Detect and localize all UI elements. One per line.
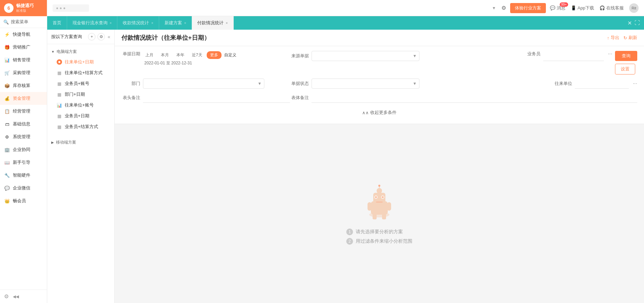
date-custom-label[interactable]: 自定义 — [224, 52, 236, 58]
message-icon: 💬 — [550, 5, 555, 10]
export-label: 导出 — [611, 35, 619, 41]
messages-button[interactable]: 💬 消息 99+ — [550, 5, 565, 11]
scheme-item-label: 业务员+结算方式 — [65, 124, 98, 130]
add-scheme-button[interactable]: + — [88, 33, 95, 40]
sidebar: 6 畅捷通巧 标准版 🔍 搜索菜单 ⚡ 快捷导航 🎁 营销推广 📊 销售管理 🛒… — [0, 0, 47, 303]
dept-date-icon: ▦ — [57, 92, 62, 97]
sidebar-item-operation[interactable]: 📋 经营管理 — [0, 105, 47, 118]
sidebar-item-purchase[interactable]: 🛒 采购管理 — [0, 66, 47, 79]
logo-sub: 标准版 — [16, 8, 34, 13]
tab-new-plan-close-icon[interactable]: × — [184, 21, 186, 25]
body-note-input[interactable] — [312, 93, 637, 103]
online-service-button[interactable]: 🎧 在线客服 — [599, 5, 624, 11]
marketing-icon: 🎁 — [4, 44, 10, 50]
refresh-icon: ↻ — [623, 35, 627, 40]
tip1-text: 请先选择要分析的方案 — [356, 229, 403, 235]
tab-cashflow-close-icon[interactable]: × — [110, 21, 112, 25]
date-btn-this-month[interactable]: 本月 — [158, 51, 172, 59]
sidebar-item-member[interactable]: 👑 畅会员 — [0, 194, 47, 207]
sidebar-item-label: 基础信息 — [13, 121, 30, 127]
query-button[interactable]: 查询 — [615, 51, 637, 61]
sidebar-item-sales[interactable]: 📊 销售管理 — [0, 54, 47, 66]
user-avatar[interactable]: Rit — [629, 3, 639, 13]
svg-point-6 — [375, 196, 377, 198]
sidebar-item-finance[interactable]: 💰 资金管理 — [0, 92, 47, 105]
sidebar-item-enterprise[interactable]: 🏢 企业协同 — [0, 143, 47, 156]
scheme-settings-button[interactable]: ⚙ — [97, 33, 105, 40]
search-menu[interactable]: 🔍 搜索菜单 — [0, 16, 47, 28]
partner-date-icon — [57, 59, 62, 65]
staff-input-area — [543, 51, 604, 61]
tab-home[interactable]: 首页 — [47, 16, 67, 30]
status-label: 单据状态 — [290, 81, 309, 87]
sidebar-item-guide[interactable]: 📖 新手引导 — [0, 156, 47, 169]
mobile-group-title[interactable]: ▶ 移动端方案 — [47, 138, 114, 147]
topbar-gear-icon[interactable]: ⚙ — [501, 5, 506, 11]
status-select-wrap: ▼ — [312, 79, 419, 89]
date-more-button[interactable]: 更多 — [207, 51, 222, 59]
staff-date-icon: ▦ — [57, 113, 62, 119]
tab-payment-stats-close-icon[interactable]: × — [226, 21, 228, 25]
close-tab-icon[interactable]: ✕ — [627, 20, 632, 26]
trial-button[interactable]: 体验行业方案 — [510, 3, 546, 13]
status-select[interactable] — [312, 79, 419, 89]
export-button[interactable]: ↑ 导出 — [607, 35, 620, 41]
left-panel-title: 按以下方案查询 — [51, 34, 85, 40]
maximize-tab-icon[interactable]: ⛶ — [635, 20, 640, 26]
tab-new-plan[interactable]: 新建方案 × — [159, 16, 192, 30]
date-btn-7days[interactable]: 近7天 — [189, 51, 205, 59]
header-note-label: 表头备注 — [121, 95, 140, 101]
svg-rect-10 — [387, 202, 391, 211]
empty-tip-1: 1 请先选择要分析的方案 — [346, 229, 412, 235]
sidebar-item-system[interactable]: ⚙ 系统管理 — [0, 130, 47, 143]
tab-new-plan-label: 新建方案 — [165, 20, 182, 26]
desktop-group-title[interactable]: ▼ 电脑端方案 — [47, 47, 114, 57]
collapse-filter-button[interactable]: ∧∧ 收起更多条件 — [359, 106, 400, 119]
sidebar-item-hardware[interactable]: 🔧 智能硬件 — [0, 169, 47, 182]
tab-receipts-close-icon[interactable]: × — [151, 21, 153, 25]
date-btn-last-month[interactable]: 上月 — [142, 51, 156, 59]
scheme-item-partner-date[interactable]: 往来单位+日期 — [47, 57, 114, 67]
collapse-filter-label: 收起更多条件 — [370, 110, 397, 116]
search-label: 搜索菜单 — [11, 19, 28, 25]
settings-bottom-icon[interactable]: ⚙ — [4, 293, 9, 300]
tab-payment-stats[interactable]: 付款情况统计 × — [192, 16, 233, 30]
refresh-button[interactable]: ↻ 刷新 — [623, 35, 637, 41]
sidebar-item-quick-nav[interactable]: ⚡ 快捷导航 — [0, 28, 47, 41]
sidebar-item-label: 经营管理 — [13, 108, 30, 114]
tab-cashflow[interactable]: 现金银行流水查询 × — [67, 16, 117, 30]
sidebar-item-label: 快捷导航 — [13, 31, 30, 37]
dept-select[interactable] — [143, 79, 264, 89]
scheme-item-staff-settle[interactable]: ▦ 业务员+结算方式 — [47, 121, 114, 132]
mobile-group-arrow-icon: ▶ — [51, 141, 54, 144]
scheme-item-dept-date[interactable]: ▦ 部门+日期 — [47, 89, 114, 100]
date-options: 上月 本月 本年 近7天 更多 自定义 2022-01-01 至 2022-12… — [142, 51, 236, 66]
partner-dots[interactable]: ··· — [633, 81, 637, 87]
member-icon: 👑 — [4, 198, 10, 204]
date-btn-this-year[interactable]: 本年 — [173, 51, 187, 59]
filter-settings-button[interactable]: 设置 — [615, 64, 635, 74]
tab-receipts[interactable]: 收款情况统计 × — [117, 16, 159, 30]
scheme-item-staff-date[interactable]: ▦ 业务员+日期 — [47, 111, 114, 121]
empty-state: 1 请先选择要分析的方案 2 用过滤条件来缩小分析范围 — [115, 124, 644, 303]
app-download-button[interactable]: 📱 App下载 — [571, 5, 594, 11]
scheme-item-partner-settle[interactable]: ▦ 往来单位+结算方式 — [47, 67, 114, 78]
refresh-label: 刷新 — [628, 35, 637, 41]
tab-cashflow-label: 现金银行流水查询 — [72, 20, 108, 26]
staff-dots[interactable]: ··· — [608, 51, 612, 57]
address-chevron-icon[interactable]: ▼ — [492, 6, 496, 10]
collapse-sidebar-icon[interactable]: ◀◀ — [13, 294, 19, 299]
collapse-up-icon: ∧∧ — [362, 110, 369, 115]
source-label: 来源单据 — [290, 53, 309, 59]
scheme-item-partner-account[interactable]: 📊 往来单位+账号 — [47, 100, 114, 111]
collapse-panel-icon[interactable]: « — [108, 34, 110, 39]
operation-icon: 📋 — [4, 108, 10, 114]
source-select[interactable] — [312, 51, 419, 61]
scheme-item-staff-account[interactable]: ▦ 业务员+账号 — [47, 78, 114, 89]
header-note-input[interactable] — [143, 93, 290, 103]
sidebar-item-weixin[interactable]: 💬 企业微信 — [0, 182, 47, 194]
sidebar-item-inventory[interactable]: 📦 库存核算 — [0, 79, 47, 92]
sidebar-item-basic[interactable]: 🗃 基础信息 — [0, 118, 47, 130]
sidebar-item-marketing[interactable]: 🎁 营销推广 — [0, 41, 47, 54]
topbar: ● ● ● ▼ ⚙ 体验行业方案 💬 消息 99+ 📱 App下载 🎧 在线客服… — [47, 0, 644, 16]
